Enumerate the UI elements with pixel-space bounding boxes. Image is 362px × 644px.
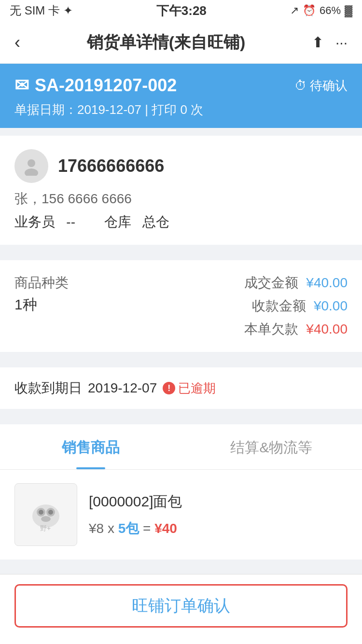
page-title: 销货单详情(来自旺铺) xyxy=(87,31,246,54)
avatar xyxy=(14,149,48,183)
order-header-top: ✉ SA-20191207-002 ⏱ 待确认 xyxy=(14,75,348,96)
warehouse-value: 总仓 xyxy=(142,214,169,229)
product-price: ¥8 xyxy=(89,521,104,536)
nav-actions: ⬆ ··· xyxy=(312,34,348,51)
summary-left: 商品种类 1种 xyxy=(14,274,69,315)
salesperson-label: 业务员 xyxy=(14,214,55,229)
svg-text:野+: 野+ xyxy=(40,524,51,532)
product-total: ¥40 xyxy=(154,521,177,536)
customer-row: 17666666666 xyxy=(14,149,348,183)
order-icon: ✉ xyxy=(14,75,29,96)
battery-icon: ▓ xyxy=(345,4,352,17)
alarm-icon: ⏰ xyxy=(303,4,316,17)
salesperson-value: -- xyxy=(66,214,75,229)
summary-section: 商品种类 1种 成交金额 ¥40.00 收款金额 ¥0.00 本单欠款 ¥40.… xyxy=(0,260,362,352)
summary-row-2: 本单欠款 ¥40.00 xyxy=(244,320,348,338)
product-type-value: 1种 xyxy=(14,295,69,315)
order-id: ✉ SA-20191207-002 xyxy=(14,75,177,96)
order-status: ⏱ 待确认 xyxy=(294,77,348,94)
back-button[interactable]: ‹ xyxy=(14,32,20,53)
status-bar: 无 SIM 卡 ✦ 下午3:28 ↗ ⏰ 66% ▓ xyxy=(0,0,362,21)
order-header: ✉ SA-20191207-002 ⏱ 待确认 单据日期：2019-12-07 … xyxy=(0,64,362,128)
tab-products[interactable]: 销售商品 xyxy=(0,424,181,469)
customer-section: 17666666666 张，156 6666 6666 业务员 -- 仓库 总仓 xyxy=(0,136,362,245)
svg-point-6 xyxy=(48,510,53,515)
svg-point-5 xyxy=(39,510,43,515)
divider-1 xyxy=(0,245,362,252)
product-quantity: 5包 xyxy=(118,521,139,536)
product-price-row: ¥8 x 5包 = ¥40 xyxy=(89,519,348,538)
nav-bar: ‹ 销货单详情(来自旺铺) ⬆ ··· xyxy=(0,21,362,64)
divider-2 xyxy=(0,352,362,360)
divider-3 xyxy=(0,409,362,417)
clock-icon: ⏱ xyxy=(294,78,307,93)
location-icon: ↗ xyxy=(290,4,299,17)
product-info: [0000002]面包 ¥8 x 5包 = ¥40 xyxy=(89,492,348,538)
share-icon[interactable]: ⬆ xyxy=(312,34,324,51)
due-date-value: 2019-12-07 xyxy=(88,380,157,396)
amount-deal: ¥40.00 xyxy=(306,275,348,291)
summary-row-1: 收款金额 ¥0.00 xyxy=(252,297,348,315)
tabs-row: 销售商品 结算&物流等 xyxy=(0,424,362,470)
summary-right: 成交金额 ¥40.00 收款金额 ¥0.00 本单欠款 ¥40.00 xyxy=(244,274,348,338)
tabs-section: 销售商品 结算&物流等 野+ [0000002]面包 xyxy=(0,424,362,560)
status-bar-left: 无 SIM 卡 ✦ xyxy=(10,3,73,18)
status-bar-right: ↗ ⏰ 66% ▓ xyxy=(290,4,352,17)
customer-extra: 业务员 -- 仓库 总仓 xyxy=(14,213,348,231)
warehouse-label: 仓库 xyxy=(104,214,131,229)
bottom-bar: 旺铺订单确认 xyxy=(0,574,362,644)
product-name: [0000002]面包 xyxy=(89,492,348,512)
product-image-placeholder: 野+ xyxy=(27,498,65,532)
svg-point-0 xyxy=(28,159,35,167)
product-item: 野+ [0000002]面包 ¥8 x 5包 = ¥40 xyxy=(0,470,362,560)
product-multiply: x xyxy=(108,521,118,536)
tab-settlement[interactable]: 结算&物流等 xyxy=(181,424,362,469)
amount-received: ¥0.00 xyxy=(314,298,348,314)
due-date-label: 收款到期日 xyxy=(14,379,82,397)
product-type-label: 商品种类 xyxy=(14,274,69,292)
battery-status: 66% xyxy=(320,4,341,17)
product-equals: = xyxy=(143,521,154,536)
svg-point-7 xyxy=(41,516,51,522)
overdue-icon: ! xyxy=(163,382,175,394)
svg-point-1 xyxy=(25,168,38,176)
sim-status: 无 SIM 卡 ✦ xyxy=(10,3,73,18)
overdue-badge: ! 已逾期 xyxy=(163,380,216,397)
order-meta: 单据日期：2019-12-07 | 打印 0 次 xyxy=(14,101,348,118)
amount-owed: ¥40.00 xyxy=(306,322,348,337)
status-bar-time: 下午3:28 xyxy=(156,2,207,19)
product-image: 野+ xyxy=(14,483,77,546)
due-section: 收款到期日 2019-12-07 ! 已逾期 xyxy=(0,367,362,409)
customer-name-detail: 张，156 6666 6666 xyxy=(14,190,348,208)
customer-phone[interactable]: 17666666666 xyxy=(58,156,164,176)
confirm-button[interactable]: 旺铺订单确认 xyxy=(14,584,348,628)
more-icon[interactable]: ··· xyxy=(335,34,348,51)
overdue-text: 已逾期 xyxy=(178,380,216,397)
summary-row-0: 成交金额 ¥40.00 xyxy=(244,274,348,292)
